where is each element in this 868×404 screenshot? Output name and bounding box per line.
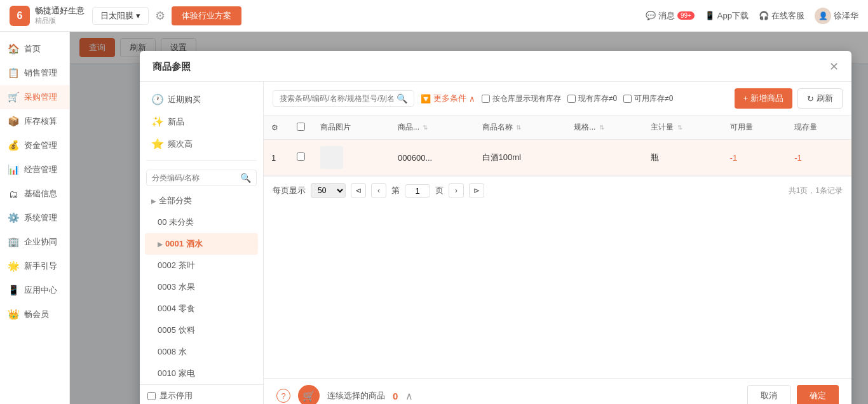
sidebar-label-purchase: 采购管理 xyxy=(24,91,57,103)
filter-more-button[interactable]: 🔽 更多条件 ∧ xyxy=(421,93,475,104)
table-body: 1 000600... 白酒100ml 瓶 -1 -1 xyxy=(264,140,851,176)
stock-ne0-checkbox-item[interactable]: 现有库存≠0 xyxy=(567,93,617,104)
sidebar-item-system[interactable]: ⚙️ 系统管理 xyxy=(0,206,69,230)
cat-0010[interactable]: 0010 家电 xyxy=(145,363,258,384)
quick-item-frequent[interactable]: ⭐ 频次高 xyxy=(145,133,258,155)
cat-0005-label: 0005 饮料 xyxy=(158,325,195,336)
row-checkbox[interactable] xyxy=(297,152,305,161)
show-disabled-label[interactable]: 显示停用 xyxy=(159,390,193,401)
per-page-select[interactable]: 50 10 20 100 xyxy=(311,183,346,198)
cart-button[interactable]: 🛒 xyxy=(298,385,320,404)
cat-0002[interactable]: 0002 茶叶 xyxy=(145,255,258,276)
main-layout: 🏠 首页 📋 销售管理 🛒 采购管理 📦 库存核算 💰 资金管理 📊 经营管理 … xyxy=(0,32,868,404)
message-item[interactable]: 💬 消息 99+ xyxy=(646,10,695,22)
user-item[interactable]: 👤 徐泽华 xyxy=(815,8,858,24)
message-label: 消息 xyxy=(658,10,675,22)
col-spec[interactable]: 规格... ⇅ xyxy=(566,116,643,140)
select-all-checkbox[interactable] xyxy=(297,123,305,131)
avail-ne0-label: 可用库存≠0 xyxy=(634,93,673,104)
table-row[interactable]: 1 000600... 白酒100ml 瓶 -1 -1 xyxy=(264,140,851,176)
quick-item-new[interactable]: ✨ 新品 xyxy=(145,111,258,133)
product-search-icon[interactable]: 🔍 xyxy=(397,93,407,104)
sidebar-label-system: 系统管理 xyxy=(24,212,57,224)
cat-0002-label: 0002 茶叶 xyxy=(158,260,195,271)
avail-ne0-checkbox-item[interactable]: 可用库存≠0 xyxy=(623,93,673,104)
cat-00[interactable]: 00 未分类 xyxy=(145,212,258,233)
warehouse-checkbox[interactable] xyxy=(482,95,490,103)
warehouse-checkbox-item[interactable]: 按仓库显示现有库存 xyxy=(482,93,561,104)
refresh-table-button[interactable]: ↻ 刷新 xyxy=(797,88,843,109)
cell-image xyxy=(313,140,390,176)
sidebar-item-inventory[interactable]: 📦 库存核算 xyxy=(0,109,69,133)
product-table: ⚙ 商品图片 商品... ⇅ xyxy=(264,116,851,378)
category-search[interactable]: 🔍 xyxy=(146,170,257,186)
sidebar-item-purchase[interactable]: 🛒 采购管理 xyxy=(0,85,69,109)
cat-0008[interactable]: 0008 水 xyxy=(145,341,258,363)
last-page-button[interactable]: ⊳ xyxy=(469,183,484,198)
col-unit[interactable]: 主计量 ⇅ xyxy=(643,116,722,140)
cat-0003[interactable]: 0003 水果 xyxy=(145,276,258,298)
cat-all[interactable]: ▶ 全部分类 xyxy=(145,190,258,212)
basic-icon: 🗂 xyxy=(8,188,19,199)
col-unit-label: 主计量 xyxy=(651,123,674,131)
sidebar-item-appstore[interactable]: 📱 应用中心 xyxy=(0,278,69,302)
confirm-button[interactable]: 确定 xyxy=(797,385,839,404)
col-name[interactable]: 商品名称 ⇅ xyxy=(475,116,567,140)
stock-ne0-label: 现有库存≠0 xyxy=(578,93,617,104)
sidebar-item-member[interactable]: 👑 畅会员 xyxy=(0,302,69,327)
page-label: 第 xyxy=(391,185,400,196)
dialog-right-panel: 🔍 🔽 更多条件 ∧ 按仓库显示现有库存 xyxy=(264,82,851,404)
selected-count: 0 xyxy=(393,391,398,401)
cat-0004[interactable]: 0004 零食 xyxy=(145,298,258,320)
collapse-icon[interactable]: ∧ xyxy=(405,390,413,402)
sidebar-item-sales[interactable]: 📋 销售管理 xyxy=(0,61,69,85)
guide-icon: 🌟 xyxy=(8,260,19,272)
app-download-item[interactable]: 📱 App下载 xyxy=(705,10,749,22)
cell-unit: 瓶 xyxy=(643,140,722,176)
category-search-input[interactable] xyxy=(152,173,238,182)
product-search-box[interactable]: 🔍 xyxy=(273,90,414,107)
top-nav: 6 畅捷通好生意 精品版 日太阳膜 ▾ ⚙ 体验行业方案 💬 消息 99+ 📱 … xyxy=(0,0,868,32)
sidebar-item-enterprise[interactable]: 🏢 企业协同 xyxy=(0,230,69,254)
online-service-item[interactable]: 🎧 在线客服 xyxy=(759,10,804,22)
nav-selector[interactable]: 日太阳膜 ▾ xyxy=(92,7,149,25)
member-icon: 👑 xyxy=(8,309,19,320)
sidebar: 🏠 首页 📋 销售管理 🛒 采购管理 📦 库存核算 💰 资金管理 📊 经营管理 … xyxy=(0,32,70,404)
nav-right: 💬 消息 99+ 📱 App下载 🎧 在线客服 👤 徐泽华 xyxy=(646,8,858,24)
col-seq: ⚙ xyxy=(264,116,289,140)
gear-btn[interactable]: ⚙ xyxy=(155,9,165,23)
cancel-button[interactable]: 取消 xyxy=(747,385,790,404)
stock-ne0-checkbox[interactable] xyxy=(567,95,576,103)
first-page-button[interactable]: ⊲ xyxy=(351,183,366,198)
product-search-input[interactable] xyxy=(280,94,394,103)
prev-page-button[interactable]: ‹ xyxy=(371,183,386,198)
next-page-button[interactable]: › xyxy=(449,183,464,198)
cell-check[interactable] xyxy=(289,140,313,176)
cat-0001[interactable]: ▶ 0001 酒水 xyxy=(145,233,258,255)
settings-col-icon[interactable]: ⚙ xyxy=(271,123,278,132)
cat-0005[interactable]: 0005 饮料 xyxy=(145,320,258,341)
table-scroll[interactable]: ⚙ 商品图片 商品... ⇅ xyxy=(264,116,851,176)
sidebar-item-operations[interactable]: 📊 经营管理 xyxy=(0,158,69,182)
avail-ne0-checkbox[interactable] xyxy=(623,95,632,103)
sidebar-item-guide[interactable]: 🌟 新手引导 xyxy=(0,254,69,278)
sidebar-item-home[interactable]: 🏠 首页 xyxy=(0,37,69,61)
quick-label-new: 新品 xyxy=(168,116,184,128)
help-button[interactable]: ? xyxy=(276,389,290,403)
logo-text: 畅捷通好生意 xyxy=(35,6,85,17)
trial-button[interactable]: 体验行业方案 xyxy=(172,6,241,25)
current-page-input[interactable] xyxy=(405,184,430,198)
toolbar-right: + 新增商品 ↻ 刷新 xyxy=(735,88,843,109)
sidebar-item-basic[interactable]: 🗂 基础信息 xyxy=(0,182,69,206)
add-product-button[interactable]: + 新增商品 xyxy=(735,88,792,109)
nav-selector-label: 日太阳膜 xyxy=(100,10,133,22)
page-unit: 页 xyxy=(435,185,444,196)
cat-0001-arrow: ▶ xyxy=(158,241,163,248)
show-disabled-checkbox[interactable] xyxy=(147,392,156,400)
quick-item-recent[interactable]: 🕐 近期购买 xyxy=(145,88,258,111)
col-code[interactable]: 商品... ⇅ xyxy=(390,116,475,140)
online-service-label: 在线客服 xyxy=(771,10,804,22)
sidebar-label-finance: 资金管理 xyxy=(24,140,57,151)
dialog-close-button[interactable]: ✕ xyxy=(829,60,839,74)
sidebar-item-finance[interactable]: 💰 资金管理 xyxy=(0,133,69,158)
